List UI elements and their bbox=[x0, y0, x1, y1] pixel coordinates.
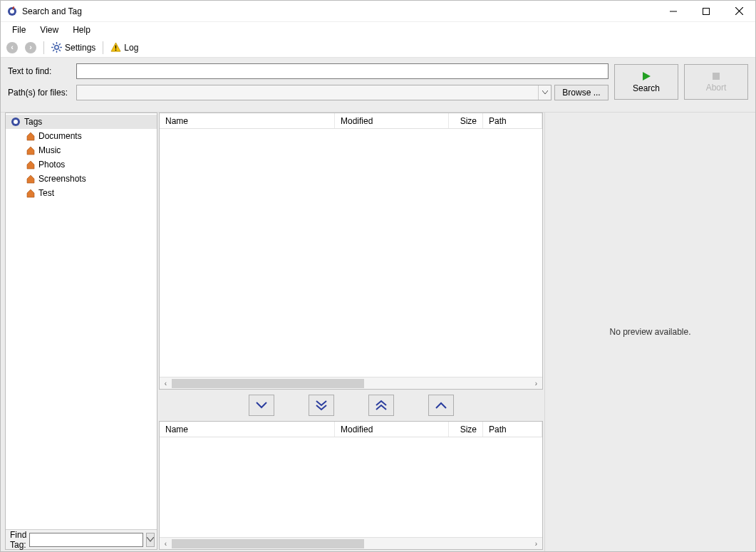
scroll-track[interactable] bbox=[172, 377, 530, 389]
scroll-thumb[interactable] bbox=[172, 379, 364, 388]
svg-rect-18 bbox=[713, 73, 720, 80]
tree-item-photos[interactable]: Photos bbox=[6, 157, 157, 172]
svg-point-20 bbox=[14, 120, 18, 124]
browse-button[interactable]: Browse ... bbox=[554, 85, 609, 100]
svg-line-15 bbox=[53, 50, 54, 51]
scroll-left-icon[interactable]: ‹ bbox=[160, 377, 172, 390]
menu-view[interactable]: View bbox=[33, 24, 66, 36]
col-path[interactable]: Path bbox=[483, 113, 542, 128]
tree-item-label: Photos bbox=[38, 160, 65, 170]
preview-empty-label: No preview available. bbox=[609, 327, 690, 337]
chevron-up-icon bbox=[435, 400, 447, 410]
search-button[interactable]: Search bbox=[614, 64, 678, 100]
scroll-right-icon[interactable]: › bbox=[530, 538, 542, 550]
app-icon bbox=[6, 6, 18, 17]
toolbar-divider bbox=[43, 41, 44, 54]
svg-point-7 bbox=[55, 46, 59, 50]
abort-button-label: Abort bbox=[706, 83, 727, 93]
tree-root-tags[interactable]: Tags bbox=[6, 115, 157, 129]
arrow-right-icon: › bbox=[25, 42, 36, 53]
gear-icon bbox=[51, 42, 62, 53]
col-size[interactable]: Size bbox=[449, 113, 483, 128]
paths-label: Path(s) for files: bbox=[8, 88, 71, 98]
tree-item-screenshots[interactable]: Screenshots bbox=[6, 172, 157, 186]
find-tag-dropdown[interactable] bbox=[146, 533, 155, 547]
find-tag-label: Find Tag: bbox=[10, 530, 26, 550]
tag-icon bbox=[26, 160, 36, 170]
text-to-find-input[interactable] bbox=[76, 63, 609, 79]
close-button[interactable] bbox=[723, 1, 755, 22]
svg-rect-4 bbox=[703, 8, 710, 14]
text-to-find-label: Text to find: bbox=[8, 66, 71, 76]
tree-item-label: Test bbox=[38, 188, 54, 198]
warning-icon bbox=[110, 42, 121, 53]
tree-item-test[interactable]: Test bbox=[6, 186, 157, 200]
preview-pane: No preview available. bbox=[544, 113, 755, 551]
toolbar: ‹ › Settings Log bbox=[1, 38, 755, 58]
abort-button[interactable]: Abort bbox=[684, 64, 748, 100]
center-column: Name Modified Size Path ‹ › bbox=[159, 113, 543, 550]
hscrollbar[interactable]: ‹ › bbox=[160, 537, 542, 549]
nav-back-button[interactable]: ‹ bbox=[4, 41, 21, 55]
settings-label: Settings bbox=[65, 43, 95, 53]
titlebar: Search and Tag bbox=[1, 1, 755, 22]
scroll-thumb[interactable] bbox=[172, 539, 364, 548]
svg-line-13 bbox=[59, 50, 61, 51]
col-name[interactable]: Name bbox=[160, 113, 335, 128]
list-body[interactable] bbox=[160, 129, 542, 377]
move-all-up-button[interactable] bbox=[368, 395, 394, 416]
nav-forward-button[interactable]: › bbox=[22, 41, 39, 55]
arrow-left-icon: ‹ bbox=[6, 42, 18, 53]
results-list-bottom: Name Modified Size Path ‹ › bbox=[159, 421, 543, 550]
col-modified[interactable]: Modified bbox=[335, 113, 449, 128]
tree-item-music[interactable]: Music bbox=[6, 143, 157, 157]
scroll-left-icon[interactable]: ‹ bbox=[160, 538, 172, 550]
list-header: Name Modified Size Path bbox=[160, 113, 542, 129]
maximize-button[interactable] bbox=[690, 1, 723, 22]
chevron-down-icon[interactable] bbox=[538, 85, 551, 100]
move-up-button[interactable] bbox=[428, 395, 454, 416]
col-name[interactable]: Name bbox=[160, 422, 335, 437]
tree-item-documents[interactable]: Documents bbox=[6, 129, 157, 143]
play-icon bbox=[641, 71, 652, 82]
tags-icon bbox=[10, 116, 21, 127]
log-button[interactable]: Log bbox=[108, 41, 141, 54]
tag-icon bbox=[26, 188, 36, 198]
move-all-down-button[interactable] bbox=[309, 395, 334, 416]
tree-root-label: Tags bbox=[24, 117, 42, 127]
toolbar-divider bbox=[103, 41, 103, 54]
tree-item-label: Screenshots bbox=[38, 174, 86, 184]
search-panel: Text to find: Search Abort Path(s) for f… bbox=[1, 58, 755, 113]
list-body[interactable] bbox=[160, 437, 542, 537]
paths-combo[interactable] bbox=[76, 85, 552, 100]
settings-button[interactable]: Settings bbox=[48, 41, 98, 54]
menu-help[interactable]: Help bbox=[66, 24, 98, 36]
col-modified[interactable]: Modified bbox=[335, 422, 449, 437]
scroll-right-icon[interactable]: › bbox=[530, 377, 542, 390]
log-label: Log bbox=[124, 43, 138, 53]
tag-icon bbox=[26, 131, 36, 141]
tag-icon bbox=[26, 174, 36, 184]
col-path[interactable]: Path bbox=[483, 422, 542, 437]
menubar: File View Help bbox=[1, 22, 755, 38]
svg-point-1 bbox=[10, 9, 14, 14]
tree-item-label: Music bbox=[38, 145, 61, 155]
menu-file[interactable]: File bbox=[5, 24, 33, 36]
paths-input[interactable] bbox=[77, 85, 538, 100]
window-title: Search and Tag bbox=[22, 6, 82, 16]
tags-tree[interactable]: Tags Documents Music Photos Screenshots bbox=[6, 113, 157, 529]
list-header: Name Modified Size Path bbox=[160, 422, 542, 437]
tree-item-label: Documents bbox=[38, 131, 82, 141]
chevron-down-icon bbox=[255, 400, 268, 410]
svg-point-17 bbox=[115, 49, 117, 51]
svg-line-12 bbox=[53, 43, 54, 45]
tag-icon bbox=[26, 145, 36, 155]
hscrollbar[interactable]: ‹ › bbox=[160, 377, 542, 389]
col-size[interactable]: Size bbox=[449, 422, 483, 437]
scroll-track[interactable] bbox=[172, 538, 530, 549]
main-area: Tags Documents Music Photos Screenshots bbox=[1, 113, 755, 551]
find-tag-input[interactable] bbox=[29, 533, 143, 547]
move-down-button[interactable] bbox=[249, 395, 274, 416]
minimize-button[interactable] bbox=[657, 1, 690, 22]
double-chevron-down-icon bbox=[315, 400, 328, 411]
